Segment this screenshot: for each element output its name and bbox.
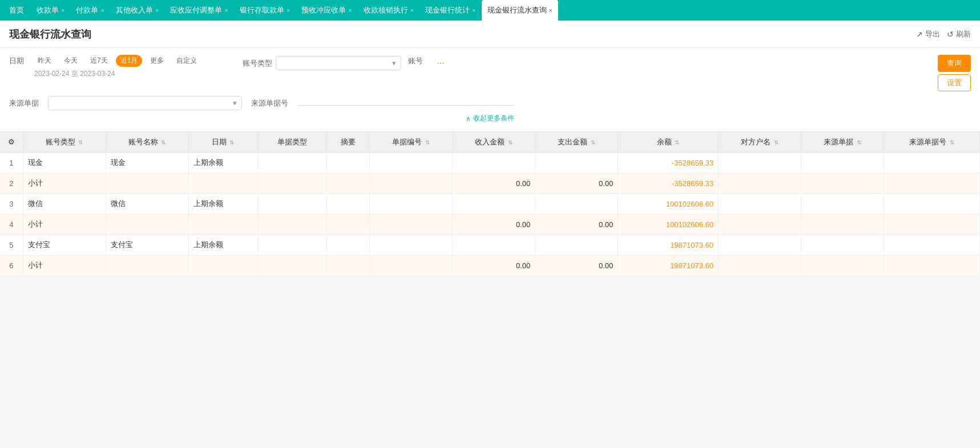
- row-counterpart: [719, 255, 801, 276]
- sort-icon-income[interactable]: ⇅: [508, 139, 513, 146]
- row-source-doc-no: [884, 152, 980, 173]
- nav-tab-7[interactable]: 现金银行统计 ×: [420, 0, 481, 21]
- row-expense: [535, 235, 618, 255]
- row-source-doc-no: [884, 235, 980, 255]
- gear-icon[interactable]: ⚙: [8, 138, 15, 146]
- source-doc-select[interactable]: ▾: [48, 96, 242, 110]
- source-doc-label: 来源单据: [9, 98, 39, 108]
- close-icon-4[interactable]: ×: [287, 7, 290, 14]
- refresh-label: 刷新: [956, 29, 971, 39]
- table-container: ⚙ 账号类型 ⇅ 账号名称 ⇅ 日期 ⇅ 单据类型 摘要 单据编号: [0, 132, 980, 276]
- row-source-doc: [801, 235, 884, 255]
- col-account-name: 账号名称 ⇅: [106, 132, 188, 152]
- nav-tab-4[interactable]: 银行存取款单 ×: [234, 0, 296, 21]
- close-icon-3[interactable]: ×: [224, 7, 228, 14]
- col-doc-type: 单据类型: [257, 132, 326, 152]
- sort-icon-doc-no[interactable]: ⇅: [425, 139, 430, 146]
- row-date: 上期余额: [188, 235, 257, 255]
- row-date: [188, 214, 257, 235]
- close-icon-7[interactable]: ×: [472, 7, 475, 14]
- row-counterpart: [719, 214, 801, 235]
- nav-tab-6[interactable]: 收款核销执行 ×: [358, 0, 420, 21]
- table-row[interactable]: 5支付宝支付宝上期余额19871073.60: [0, 235, 980, 255]
- export-button[interactable]: ↗ 导出: [916, 29, 940, 39]
- col-balance: 余额 ⇅: [618, 132, 719, 152]
- sort-icon-balance[interactable]: ⇅: [675, 139, 679, 146]
- row-doc-no: [370, 152, 453, 173]
- row-doc-no: [370, 255, 453, 276]
- account-dots-btn[interactable]: ...: [437, 56, 444, 66]
- sort-icon-source-doc-no[interactable]: ⇅: [950, 139, 954, 146]
- row-expense: 0.00: [535, 214, 618, 235]
- table-row[interactable]: 6小计0.000.0019871073.60: [0, 255, 980, 276]
- close-icon-5[interactable]: ×: [348, 7, 352, 14]
- date-btn-more[interactable]: 更多: [146, 55, 168, 67]
- sort-icon-counterpart[interactable]: ⇅: [774, 139, 779, 146]
- settings-button[interactable]: 设置: [938, 74, 971, 91]
- row-income: 0.00: [453, 173, 535, 193]
- close-icon-0[interactable]: ×: [61, 7, 64, 14]
- sort-icon-account-name[interactable]: ⇅: [161, 139, 166, 146]
- col-settings[interactable]: ⚙: [0, 132, 23, 152]
- row-balance: 100102606.60: [618, 193, 719, 214]
- close-icon-8[interactable]: ×: [549, 7, 552, 14]
- sort-icon-source-doc[interactable]: ⇅: [857, 139, 861, 146]
- nav-tab-3[interactable]: 应收应付调整单 ×: [164, 0, 233, 21]
- row-source-doc-no: [884, 193, 980, 214]
- nav-tab-0[interactable]: 收款单 ×: [31, 0, 70, 21]
- top-nav: 首页 收款单 × 付款单 × 其他收入单 × 应收应付调整单 × 银行存取款单 …: [0, 0, 980, 21]
- account-type-select[interactable]: ▾: [276, 56, 401, 70]
- nav-home[interactable]: 首页: [2, 0, 31, 21]
- sort-icon-account-type[interactable]: ⇅: [78, 139, 83, 146]
- col-date: 日期 ⇅: [188, 132, 257, 152]
- nav-tab-5[interactable]: 预收冲应收单 ×: [296, 0, 357, 21]
- nav-tab-8-label: 现金银行流水查询: [487, 5, 547, 15]
- chevron-down-icon-2: ▾: [233, 99, 237, 107]
- date-btn-7days[interactable]: 近7天: [86, 55, 112, 67]
- filter-area: 日期 昨天 今天 近7天 近1月 更多 自定义 2023-02-24 至 202…: [0, 48, 980, 132]
- nav-tab-7-label: 现金银行统计: [425, 5, 470, 15]
- sort-icon-expense[interactable]: ⇅: [591, 139, 595, 146]
- nav-tab-1[interactable]: 付款单 ×: [70, 0, 110, 21]
- row-account-name: [106, 173, 188, 193]
- row-expense: [535, 193, 618, 214]
- chevron-down-icon: ▾: [392, 59, 396, 67]
- nav-tab-4-label: 银行存取款单: [240, 5, 284, 15]
- row-date: [188, 255, 257, 276]
- source-doc-id-input[interactable]: [297, 100, 514, 106]
- row-account-type: 小计: [23, 255, 106, 276]
- refresh-button[interactable]: ↺ 刷新: [947, 29, 971, 39]
- row-doc-no: [370, 193, 453, 214]
- table-row[interactable]: 2小计0.000.00-3528659.33: [0, 173, 980, 193]
- row-no: 3: [0, 193, 23, 214]
- row-source-doc-no: [884, 214, 980, 235]
- nav-tab-8[interactable]: 现金银行流水查询 ×: [482, 0, 558, 21]
- close-icon-6[interactable]: ×: [410, 7, 414, 14]
- row-doc-type: [257, 235, 326, 255]
- collapse-row[interactable]: ∧ 收起更多条件: [9, 110, 971, 124]
- data-table: ⚙ 账号类型 ⇅ 账号名称 ⇅ 日期 ⇅ 单据类型 摘要 单据编号: [0, 132, 980, 276]
- close-icon-2[interactable]: ×: [155, 7, 159, 14]
- date-btn-custom[interactable]: 自定义: [172, 55, 201, 67]
- row-date: 上期余额: [188, 152, 257, 173]
- table-row[interactable]: 4小计0.000.00100102606.60: [0, 214, 980, 235]
- date-btn-today[interactable]: 今天: [59, 55, 82, 67]
- row-source-doc: [801, 193, 884, 214]
- nav-tab-2[interactable]: 其他收入单 ×: [110, 0, 164, 21]
- row-source-doc-no: [884, 173, 980, 193]
- sort-icon-date[interactable]: ⇅: [229, 139, 234, 146]
- row-source-doc: [801, 214, 884, 235]
- date-btn-1month[interactable]: 近1月: [116, 55, 143, 67]
- date-btn-yesterday[interactable]: 昨天: [33, 55, 56, 67]
- table-row[interactable]: 3微信微信上期余额100102606.60: [0, 193, 980, 214]
- col-source-doc-no: 来源单据号 ⇅: [884, 132, 980, 152]
- query-button[interactable]: 查询: [938, 55, 971, 72]
- row-doc-no: [370, 173, 453, 193]
- close-icon-1[interactable]: ×: [100, 7, 104, 14]
- row-counterpart: [719, 193, 801, 214]
- row-account-type: 小计: [23, 173, 106, 193]
- row-doc-type: [257, 173, 326, 193]
- table-row[interactable]: 1现金现金上期余额-3528659.33: [0, 152, 980, 173]
- collapse-icon: ∧: [466, 115, 471, 123]
- row-account-type: 现金: [23, 152, 106, 173]
